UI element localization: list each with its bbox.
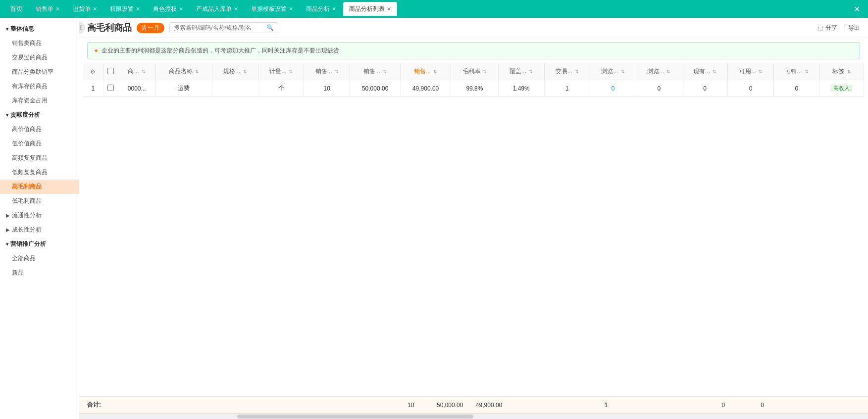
close-products-tab[interactable]: ✕ bbox=[234, 6, 238, 12]
cell-code[interactable]: 0000... bbox=[118, 80, 155, 97]
sidebar-group-growth[interactable]: ▶ 成长性分析 bbox=[0, 223, 79, 237]
col-sales-qty[interactable]: 销售... ⇅ bbox=[304, 63, 350, 80]
scrollbar-thumb[interactable] bbox=[237, 415, 474, 419]
arrow-overview: ▾ bbox=[6, 26, 8, 32]
window-close-button[interactable]: ✕ bbox=[850, 4, 864, 14]
col-sales-cost[interactable]: 销售... ⇅ bbox=[401, 63, 451, 80]
tab-roles[interactable]: 角色授权 ✕ bbox=[147, 2, 189, 16]
tab-sales[interactable]: 销售单 ✕ bbox=[30, 2, 66, 16]
close-template-tab[interactable]: ✕ bbox=[289, 6, 293, 12]
col-margin-rate[interactable]: 毛利率 ⇅ bbox=[451, 63, 499, 80]
sidebar-item-assist[interactable]: 商品分类助销率 bbox=[0, 65, 79, 79]
info-text: 企业的主要的利润都是这部分商品创造的，可考虑加大推广，同时关注库存是不要出现缺货 bbox=[102, 47, 339, 55]
footer-trade: 1 bbox=[587, 402, 626, 409]
cell-name: 运费 bbox=[155, 80, 212, 97]
cell-saleable: 0 bbox=[774, 80, 820, 97]
col-tag[interactable]: 标签 ⇅ bbox=[819, 63, 864, 80]
tab-products[interactable]: 产成品入库单 ✕ bbox=[190, 2, 244, 16]
sidebar-group-overview[interactable]: ▾ 整体信息 bbox=[0, 22, 79, 36]
close-permissions-tab[interactable]: ✕ bbox=[136, 6, 140, 12]
close-analysis-tab[interactable]: ✕ bbox=[332, 6, 336, 12]
cell-tag: 高收入 bbox=[819, 80, 864, 97]
col-settings[interactable]: ⚙ bbox=[83, 63, 103, 80]
cell-spec bbox=[212, 80, 258, 97]
cell-sales-qty: 10 bbox=[304, 80, 350, 97]
col-name[interactable]: 商品名称 ⇅ bbox=[155, 63, 212, 80]
cell-unit: 个 bbox=[258, 80, 304, 97]
search-icon[interactable]: 🔍 bbox=[266, 24, 274, 31]
cell-sales-amount: 50,000.00 bbox=[350, 80, 401, 97]
sidebar-item-high-margin[interactable]: 高毛利商品 bbox=[0, 180, 79, 194]
cell-check[interactable] bbox=[103, 80, 118, 97]
col-check[interactable] bbox=[103, 63, 118, 80]
search-box: 🔍 bbox=[169, 22, 278, 33]
tab-home[interactable]: 首页 bbox=[4, 2, 29, 16]
footer-available: 0 bbox=[743, 402, 782, 409]
sidebar-item-all-goods[interactable]: 全部商品 bbox=[0, 251, 79, 266]
tab-analysis[interactable]: 商品分析 ✕ bbox=[300, 2, 342, 16]
export-button[interactable]: ↑ 导出 bbox=[843, 24, 860, 32]
select-all-checkbox[interactable] bbox=[107, 68, 114, 74]
col-code[interactable]: 商... ⇅ bbox=[118, 63, 155, 80]
sort-sales-qty-icon: ⇅ bbox=[335, 69, 339, 74]
col-browse1[interactable]: 浏览... ⇅ bbox=[590, 63, 636, 80]
close-purchase-tab[interactable]: ✕ bbox=[93, 6, 97, 12]
sort-trade-icon: ⇅ bbox=[575, 69, 579, 74]
col-saleable[interactable]: 可销... ⇅ bbox=[774, 63, 820, 80]
col-current[interactable]: 现有... ⇅ bbox=[682, 63, 728, 80]
info-banner: ✦ 企业的主要的利润都是这部分商品创造的，可考虑加大推广，同时关注库存是不要出现… bbox=[87, 42, 860, 59]
sidebar-group-loyalty[interactable]: ▾ 贡献度分析 bbox=[0, 108, 79, 122]
table-row: 1 0000... 运费 个 10 50,000.00 49,900.00 99… bbox=[83, 80, 864, 97]
sort-name-icon: ⇅ bbox=[195, 69, 199, 74]
content-area: 《 高毛利商品 近一月 🔍 ⬚ 分享 ↑ 导出 ✦ 企业的主要的利润都是这部 bbox=[79, 18, 868, 419]
sidebar-item-traded[interactable]: 交易过的商品 bbox=[0, 50, 79, 65]
row-checkbox[interactable] bbox=[107, 85, 114, 91]
sort-coverage-icon: ⇅ bbox=[529, 69, 533, 74]
arrow-flow: ▶ bbox=[6, 213, 10, 218]
sidebar-item-low-price[interactable]: 低价值商品 bbox=[0, 137, 79, 151]
col-unit[interactable]: 计量... ⇅ bbox=[258, 63, 304, 80]
col-trade[interactable]: 交易... ⇅ bbox=[544, 63, 590, 80]
sidebar-item-low-freq[interactable]: 低频复复商品 bbox=[0, 165, 79, 180]
export-icon: ↑ bbox=[843, 24, 846, 31]
close-sales-tab[interactable]: ✕ bbox=[55, 6, 60, 12]
col-browse2[interactable]: 浏览... ⇅ bbox=[636, 63, 682, 80]
close-analysis-list-tab[interactable]: ✕ bbox=[387, 6, 391, 12]
sidebar-group-marketing[interactable]: ▾ 营销推广分析 bbox=[0, 237, 79, 251]
sort-margin-rate-icon: ⇅ bbox=[483, 69, 487, 74]
sidebar-item-selling[interactable]: 销售类商品 bbox=[0, 36, 79, 50]
col-available[interactable]: 可用... ⇅ bbox=[728, 63, 774, 80]
tab-permissions[interactable]: 权限设置 ✕ bbox=[104, 2, 146, 16]
sort-sales-cost-icon: ⇅ bbox=[433, 69, 437, 74]
cell-browse2: 0 bbox=[636, 80, 682, 97]
sidebar-item-in-stock[interactable]: 有库存的商品 bbox=[0, 79, 79, 93]
share-button[interactable]: ⬚ 分享 bbox=[818, 24, 837, 32]
arrow-loyalty: ▾ bbox=[6, 112, 8, 118]
tab-template[interactable]: 单据模板设置 ✕ bbox=[245, 2, 299, 16]
table-header-row: ⚙ 商... ⇅ 商品名称 ⇅ 规格... bbox=[83, 63, 864, 80]
search-input[interactable] bbox=[174, 24, 264, 31]
sort-unit-icon: ⇅ bbox=[289, 69, 293, 74]
close-roles-tab[interactable]: ✕ bbox=[179, 6, 183, 12]
tab-analysis-list[interactable]: 商品分析列表 ✕ bbox=[343, 2, 397, 16]
sidebar-item-capital[interactable]: 库存资金占用 bbox=[0, 93, 79, 108]
sidebar-item-high-price[interactable]: 高价值商品 bbox=[0, 122, 79, 137]
sort-browse1-icon: ⇅ bbox=[621, 69, 625, 74]
tab-purchase[interactable]: 进货单 ✕ bbox=[67, 2, 103, 16]
top-navigation: 首页 销售单 ✕ 进货单 ✕ 权限设置 ✕ 角色授权 ✕ 产成品入库单 ✕ 单据… bbox=[0, 0, 868, 18]
col-coverage[interactable]: 覆盖... ⇅ bbox=[498, 63, 544, 80]
main-layout: ▾ 整体信息 销售类商品 交易过的商品 商品分类助销率 有库存的商品 库存资金占… bbox=[0, 18, 868, 419]
col-spec[interactable]: 规格... ⇅ bbox=[212, 63, 258, 80]
cell-browse1[interactable]: 0 bbox=[590, 80, 636, 97]
col-sales-amount[interactable]: 销售... ⇅ bbox=[350, 63, 401, 80]
sort-saleable-icon: ⇅ bbox=[805, 69, 809, 74]
sidebar-collapse-button[interactable]: 《 bbox=[79, 22, 85, 34]
sidebar-item-new-goods[interactable]: 新品 bbox=[0, 266, 79, 280]
cell-available: 0 bbox=[728, 80, 774, 97]
sidebar-item-low-margin[interactable]: 低毛利商品 bbox=[0, 194, 79, 208]
sidebar-item-high-freq[interactable]: 高频复复商品 bbox=[0, 151, 79, 165]
horizontal-scrollbar[interactable] bbox=[79, 413, 868, 419]
cell-coverage: 1.49% bbox=[498, 80, 544, 97]
period-button[interactable]: 近一月 bbox=[137, 23, 164, 33]
sidebar-group-flow[interactable]: ▶ 流通性分析 bbox=[0, 208, 79, 223]
